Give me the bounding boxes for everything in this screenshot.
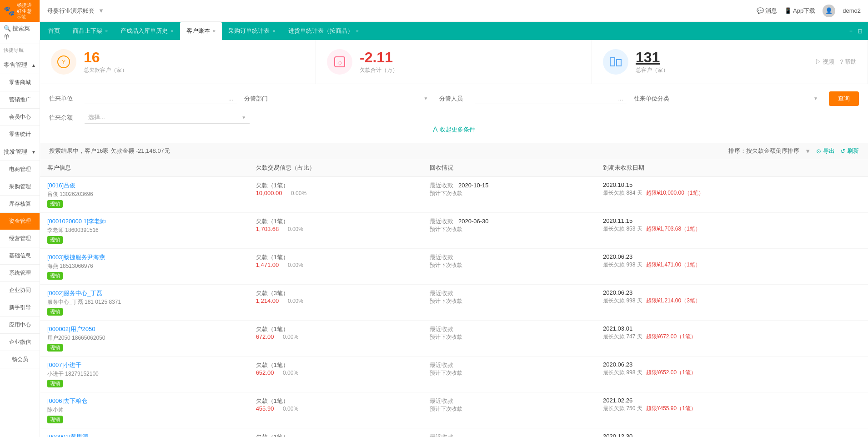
sidebar-item-apps[interactable]: 应用中心	[0, 316, 40, 334]
tab-customer-account-close[interactable]: ×	[213, 28, 216, 34]
tab-customer-account-label: 客户账本	[186, 27, 210, 35]
overdue-label[interactable]: 超限¥10,000.00（1笔）	[646, 189, 704, 197]
sidebar-item-newbie[interactable]: 新手引导	[0, 299, 40, 316]
customer-name-link[interactable]: [000002]用户2050	[47, 326, 95, 332]
overdue-label[interactable]: 超限¥455.90（1笔）	[646, 405, 696, 412]
debt-amount[interactable]: 1,471.00	[256, 261, 279, 268]
filter-row-1: 往来单位 ... 分管部门 ▼ 分管人员	[49, 91, 859, 106]
app-download-btn[interactable]: 📱 App下载	[784, 7, 815, 15]
tab-home[interactable]: 首页	[42, 22, 66, 40]
sidebar-item-vip[interactable]: 畅会员	[0, 351, 40, 368]
user-name[interactable]: demo2	[843, 7, 861, 14]
overdue-label[interactable]: 超限¥1,471.00（1笔）	[646, 261, 701, 269]
tab-purchase-order[interactable]: 采购订单统计表 ×	[222, 22, 281, 40]
table-row: [0016]吕俊 吕俊 13026203696 现销 欠款（1笔） 10,000…	[40, 177, 868, 213]
sidebar-item-system[interactable]: 系统管理	[0, 265, 40, 282]
tab-product-history-close[interactable]: ×	[171, 28, 173, 34]
tabs-maximize[interactable]: ⊡	[858, 28, 863, 35]
cell-due-date: 2020.12.30 最长欠款 808 天 超限¥429.00（1笔）	[596, 428, 868, 437]
tab-customer-account[interactable]: 客户账本 ×	[180, 22, 222, 40]
sidebar-item-retail-mgmt[interactable]: 零售管理 ▲	[0, 56, 40, 74]
sidebar-item-basic[interactable]: 基础信息	[0, 247, 40, 265]
sidebar-item-purchase[interactable]: 采购管理	[0, 178, 40, 196]
last-collect-date	[455, 397, 458, 404]
sidebar-item-warehouse[interactable]: 库存核算	[0, 196, 40, 213]
last-collect-label: 最近收款	[430, 218, 453, 225]
last-collect: 最近收款	[430, 289, 588, 297]
debt-amount[interactable]: 1,703.68	[256, 226, 279, 232]
customer-name-link[interactable]: [0007]小进干	[47, 362, 81, 368]
tab-product-status[interactable]: 商品上下架 ×	[66, 22, 114, 40]
sidebar-item-retail-stats[interactable]: 零售统计	[0, 126, 40, 143]
overdue-label[interactable]: 超限¥652.00（1笔）	[646, 369, 696, 377]
svg-rect-5	[617, 60, 621, 66]
topbar: 母婴行业演示账套 ▼ 💬 消息 📱 App下载 👤 demo2	[40, 0, 868, 22]
tab-stock-stats[interactable]: 进货单统计表（按商品） ×	[282, 22, 365, 40]
customer-contact: 服务中心_丁磊 181 0125 8371	[47, 298, 241, 306]
overdue-label[interactable]: 超限¥672.00（1笔）	[646, 333, 696, 341]
cell-debt: 欠款（1笔） 1,703.68 0.00%	[249, 213, 423, 249]
sort-arrow[interactable]: ▼	[805, 148, 811, 155]
sidebar-item-retail-mall[interactable]: 零售商城	[0, 74, 40, 91]
chevron-down-icon: ▲	[31, 63, 36, 68]
stat-total-customers: 131 总客户（家） ▷ 视频 ? 帮助	[592, 40, 868, 84]
sidebar-item-finance[interactable]: 资金管理	[0, 213, 40, 230]
debt-amount[interactable]: 672.00	[256, 333, 274, 340]
customer-name-link[interactable]: [0006]去下粮仓	[47, 397, 87, 404]
stat-amount-info: -2.11 欠款合计（万）	[360, 50, 398, 74]
filter-category-select[interactable]: ▼	[673, 94, 822, 103]
sidebar-item-ecommerce[interactable]: 电商管理	[0, 161, 40, 178]
debt-amount[interactable]: 1,214.00	[256, 297, 279, 304]
customer-name-link[interactable]: [0002]服务中心_丁磊	[47, 290, 102, 296]
customer-name-link[interactable]: [0016]吕俊	[47, 182, 75, 189]
next-collect: 预计下次收款	[430, 226, 588, 233]
customer-name-link[interactable]: [000001]黄思源	[47, 433, 88, 437]
customer-name-link[interactable]: [0003]畅捷服务尹海燕	[47, 254, 105, 261]
debt-amount[interactable]: 652.00	[256, 369, 274, 376]
debt-amount[interactable]: 10,000.00	[256, 190, 282, 196]
quick-nav[interactable]: 快捷导航	[0, 44, 40, 56]
table-row: [0003]畅捷服务尹海燕 海燕 18513066976 现销 欠款（1笔） 1…	[40, 249, 868, 285]
filter-dept-select[interactable]: ▼	[280, 94, 432, 103]
sidebar-item-marketing[interactable]: 营销推广	[0, 91, 40, 109]
debt-pct: 0.00%	[283, 334, 298, 340]
filter-vendor-dots: ...	[228, 95, 233, 102]
dropdown-icon: ▼	[98, 7, 104, 14]
tab-product-status-close[interactable]: ×	[105, 28, 108, 34]
help-btn[interactable]: ? 帮助	[840, 58, 857, 66]
filter-balance-select[interactable]: 选择... ▼	[85, 111, 250, 124]
next-collect: 预计下次收款	[430, 369, 588, 377]
refresh-btn[interactable]: ↺ 刷新	[840, 147, 859, 155]
customer-tag: 现销	[47, 236, 63, 244]
last-collect-date	[455, 433, 458, 437]
overdue-label[interactable]: 超限¥1,214.00（3笔）	[646, 297, 701, 305]
sidebar-item-enterprise[interactable]: 企业协同	[0, 282, 40, 299]
stat-overdue-info: 16 总欠款客户（家）	[84, 50, 127, 74]
filter-vendor-input[interactable]: ...	[85, 93, 237, 104]
collapse-btn[interactable]: ⋀ 收起更多条件	[49, 124, 859, 136]
export-icon: ⊙	[816, 148, 821, 155]
cell-recovery: 最近收款 预计下次收款	[422, 285, 596, 321]
sidebar-item-batch-mgmt[interactable]: 批发管理 ▼	[0, 143, 40, 161]
sidebar-item-business[interactable]: 经营管理	[0, 230, 40, 247]
search-button[interactable]: 查询	[829, 91, 859, 106]
tab-purchase-order-close[interactable]: ×	[272, 28, 275, 34]
debt-amount[interactable]: 455.90	[256, 405, 274, 412]
sidebar-item-member[interactable]: 会员中心	[0, 109, 40, 126]
export-btn[interactable]: ⊙ 导出	[816, 147, 835, 155]
search-menu[interactable]: 🔍 搜索菜单	[0, 22, 40, 44]
tab-product-history[interactable]: 产成品入库单历史 ×	[114, 22, 180, 40]
cell-debt: 欠款（1笔） 10,000.00 0.00%	[249, 177, 423, 213]
filter-person-input[interactable]: ...	[475, 93, 627, 104]
video-btn[interactable]: ▷ 视频	[815, 58, 835, 66]
stat-overdue-customers: ¥ 16 总欠款客户（家）	[40, 40, 316, 84]
last-collect-label: 最近收款	[430, 182, 453, 189]
sidebar-item-wecom[interactable]: 企业微信	[0, 334, 40, 351]
tabs-minimize[interactable]: －	[848, 27, 854, 35]
tab-stock-stats-close[interactable]: ×	[356, 28, 359, 34]
avatar: 👤	[823, 5, 835, 17]
overdue-label[interactable]: 超限¥1,703.68（1笔）	[646, 225, 701, 233]
data-table: 客户信息 欠款交易信息（占比） 回收情况 到期未收款日期 [0016]吕俊 吕俊…	[40, 159, 868, 437]
customer-name-link[interactable]: [0001020000 1]李老师	[47, 218, 106, 225]
message-btn[interactable]: 💬 消息	[757, 7, 778, 15]
